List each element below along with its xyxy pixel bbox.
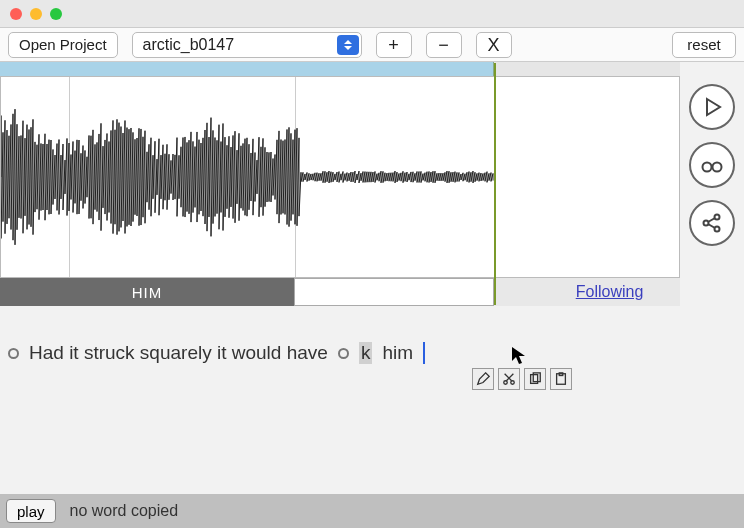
side-toolbar: [680, 62, 744, 306]
zoom-out-button[interactable]: −: [426, 32, 462, 58]
status-bar: play no word copied: [0, 494, 744, 528]
sentence-marker-icon[interactable]: [338, 348, 349, 359]
window-maximize-button[interactable]: [50, 8, 62, 20]
play-button[interactable]: [689, 84, 735, 130]
glasses-icon: [700, 153, 724, 177]
svg-point-1: [713, 163, 722, 172]
view-button[interactable]: [689, 142, 735, 188]
window-close-button[interactable]: [10, 8, 22, 20]
zoom-in-button[interactable]: +: [376, 32, 412, 58]
scissors-icon: [502, 372, 516, 386]
segment-label-him[interactable]: HIM: [0, 278, 294, 306]
transcript-fragment[interactable]: k: [359, 342, 373, 364]
playhead[interactable]: [494, 63, 496, 305]
timeline[interactable]: [0, 62, 680, 76]
transcript-text[interactable]: Had it struck squarely it would have: [29, 342, 328, 364]
svg-point-5: [504, 381, 508, 385]
paste-button[interactable]: [550, 368, 572, 390]
segment-track: HIM Following: [0, 278, 680, 306]
close-button[interactable]: X: [476, 32, 512, 58]
edit-button[interactable]: [472, 368, 494, 390]
cut-button[interactable]: [498, 368, 520, 390]
pencil-icon: [476, 372, 490, 386]
waveform-view[interactable]: [0, 76, 680, 278]
window-minimize-button[interactable]: [30, 8, 42, 20]
edit-toolbar: [472, 368, 572, 390]
open-project-button[interactable]: Open Project: [8, 32, 118, 58]
share-icon: [700, 211, 724, 235]
waveform-icon: [1, 77, 494, 277]
copy-icon: [528, 372, 542, 386]
play-icon: [700, 95, 724, 119]
transcript-fragment[interactable]: him: [382, 342, 413, 364]
segment-empty[interactable]: [294, 278, 494, 306]
svg-point-0: [703, 163, 712, 172]
segment-gap: [494, 278, 539, 306]
mouse-cursor-icon: [511, 346, 527, 366]
clipboard-icon: [554, 372, 568, 386]
sentence-marker-icon[interactable]: [8, 348, 19, 359]
svg-point-6: [511, 381, 515, 385]
status-message: no word copied: [70, 502, 179, 520]
share-button[interactable]: [689, 200, 735, 246]
window-titlebar: [0, 0, 744, 28]
copy-button[interactable]: [524, 368, 546, 390]
timeline-inactive-region[interactable]: [494, 62, 680, 76]
status-play-button[interactable]: play: [6, 499, 56, 523]
project-select[interactable]: arctic_b0147: [132, 32, 362, 58]
chevron-updown-icon: [337, 35, 359, 55]
reset-button[interactable]: reset: [672, 32, 736, 58]
project-select-value: arctic_b0147: [143, 36, 235, 54]
following-link[interactable]: Following: [539, 278, 680, 306]
transcript-area[interactable]: Had it struck squarely it would have k h…: [0, 306, 744, 364]
work-area: HIM Following: [0, 62, 744, 306]
timeline-active-region[interactable]: [0, 62, 494, 76]
main-toolbar: Open Project arctic_b0147 + − X reset: [0, 28, 744, 62]
text-caret: [423, 342, 425, 364]
